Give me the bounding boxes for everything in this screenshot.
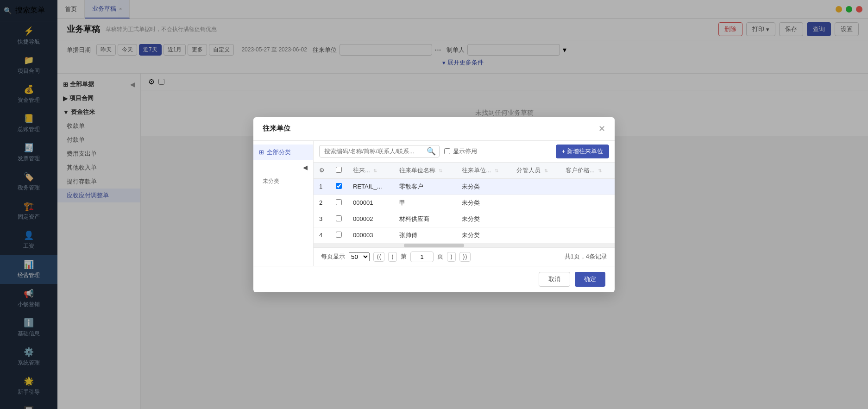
row-code: RETAIL_... xyxy=(347,178,394,195)
dialog-body: ⊞ 全部分类 ◀ 未分类 🔍 显示停用 xyxy=(253,141,615,266)
dialog-footer: 取消 确定 xyxy=(253,266,615,292)
dialog-table-row[interactable]: 4 000003 张帅傅 未分类 xyxy=(314,227,615,243)
dialog-title: 往来单位 xyxy=(263,124,290,133)
col-name-header: 往来单位名称 ⇅ xyxy=(394,163,457,179)
row-price-cat xyxy=(560,178,615,195)
row-manager xyxy=(511,195,560,211)
row-manager xyxy=(511,211,560,227)
row-no: 2 xyxy=(314,195,330,211)
dialog-sidebar-collapse-btn[interactable]: ◀ xyxy=(253,160,313,175)
page-suffix: 页 xyxy=(437,252,443,261)
dialog-search-input[interactable] xyxy=(319,145,440,157)
dialog-table-wrap: ⚙ 往来... ⇅ 往来单位名称 ⇅ 往来单位... ⇅ 分管人员 ⇅ 客户价格… xyxy=(314,163,615,244)
row-checkbox[interactable] xyxy=(330,211,347,227)
row-checkbox[interactable] xyxy=(330,195,347,211)
row-price-cat xyxy=(560,211,615,227)
dialog-sidebar: ⊞ 全部分类 ◀ 未分类 xyxy=(253,141,314,266)
row-code: 000003 xyxy=(347,227,394,243)
dialog-sidebar-uncategorized[interactable]: 未分类 xyxy=(253,175,313,188)
row-price-cat xyxy=(560,195,615,211)
dialog-table-row[interactable]: 1 RETAIL_... 零散客户 未分类 xyxy=(314,178,615,195)
row-checkbox[interactable] xyxy=(330,227,347,243)
dialog-close-button[interactable]: ✕ xyxy=(598,124,605,134)
add-partner-button[interactable]: + 新增往来单位 xyxy=(556,145,609,158)
horizontal-scrollbar[interactable] xyxy=(314,244,615,247)
table-header-row: ⚙ 往来... ⇅ 往来单位名称 ⇅ 往来单位... ⇅ 分管人员 ⇅ 客户价格… xyxy=(314,163,615,179)
confirm-button[interactable]: 确定 xyxy=(575,272,605,287)
next-page-button[interactable]: ⟩ xyxy=(447,252,456,262)
search-icon[interactable]: 🔍 xyxy=(427,147,436,156)
row-code: 000001 xyxy=(347,195,394,211)
col-settings-icon: ⚙ xyxy=(314,163,330,179)
row-category: 未分类 xyxy=(456,195,511,211)
show-disabled-wrap: 显示停用 xyxy=(444,147,477,156)
per-page-select[interactable]: 50 10 20 100 xyxy=(349,252,370,261)
show-disabled-label: 显示停用 xyxy=(453,147,477,156)
col-manager-header: 分管人员 ⇅ xyxy=(511,163,560,179)
search-wrap: 🔍 xyxy=(319,145,440,157)
grid-icon: ⊞ xyxy=(259,149,264,156)
cancel-button[interactable]: 取消 xyxy=(539,272,570,287)
col-code-header: 往来... ⇅ xyxy=(347,163,394,179)
dialog-content: 🔍 显示停用 + 新增往来单位 ⚙ xyxy=(314,141,615,266)
select-all-dialog[interactable] xyxy=(336,167,342,173)
scrollbar-thumb[interactable] xyxy=(404,244,464,247)
row-price-cat xyxy=(560,227,615,243)
row-checkbox[interactable] xyxy=(330,178,347,195)
col-category-header: 往来单位... ⇅ xyxy=(456,163,511,179)
row-no: 1 xyxy=(314,178,330,195)
partner-dialog: 往来单位 ✕ ⊞ 全部分类 ◀ 未分类 xyxy=(253,117,615,292)
row-name: 甲 xyxy=(394,195,457,211)
total-info: 共1页，4条记录 xyxy=(565,252,607,261)
row-category: 未分类 xyxy=(456,227,511,243)
dialog-pagination: 每页显示 50 10 20 100 ⟨⟨ ⟨ 第 页 ⟩ ⟩⟩ 共1页，4条记录 xyxy=(314,247,615,266)
collapse-icon: ◀ xyxy=(303,164,308,171)
per-page-label: 每页显示 xyxy=(321,252,345,261)
dialog-table-row[interactable]: 3 000002 材料供应商 未分类 xyxy=(314,211,615,227)
row-category: 未分类 xyxy=(456,211,511,227)
row-no: 4 xyxy=(314,227,330,243)
row-code: 000002 xyxy=(347,211,394,227)
row-no: 3 xyxy=(314,211,330,227)
last-page-button[interactable]: ⟩⟩ xyxy=(459,252,471,262)
dialog-table-row[interactable]: 2 000001 甲 未分类 xyxy=(314,195,615,211)
dialog-header: 往来单位 ✕ xyxy=(253,117,615,141)
dialog-sidebar-all-category[interactable]: ⊞ 全部分类 xyxy=(253,145,313,160)
page-number-input[interactable] xyxy=(410,252,434,262)
row-name: 材料供应商 xyxy=(394,211,457,227)
col-price-header: 客户价格... ⇅ xyxy=(560,163,615,179)
dialog-table: ⚙ 往来... ⇅ 往来单位名称 ⇅ 往来单位... ⇅ 分管人员 ⇅ 客户价格… xyxy=(314,163,615,244)
prev-page-button[interactable]: ⟨ xyxy=(388,252,397,262)
dialog-toolbar: 🔍 显示停用 + 新增往来单位 xyxy=(314,141,615,163)
row-name: 张帅傅 xyxy=(394,227,457,243)
row-manager xyxy=(511,227,560,243)
row-name: 零散客户 xyxy=(394,178,457,195)
row-category: 未分类 xyxy=(456,178,511,195)
row-manager xyxy=(511,178,560,195)
modal-overlay: 往来单位 ✕ ⊞ 全部分类 ◀ 未分类 xyxy=(0,0,868,409)
col-checkbox-header xyxy=(330,163,347,179)
first-page-button[interactable]: ⟨⟨ xyxy=(373,252,384,262)
page-label: 第 xyxy=(401,252,407,261)
show-disabled-checkbox[interactable] xyxy=(444,148,450,154)
